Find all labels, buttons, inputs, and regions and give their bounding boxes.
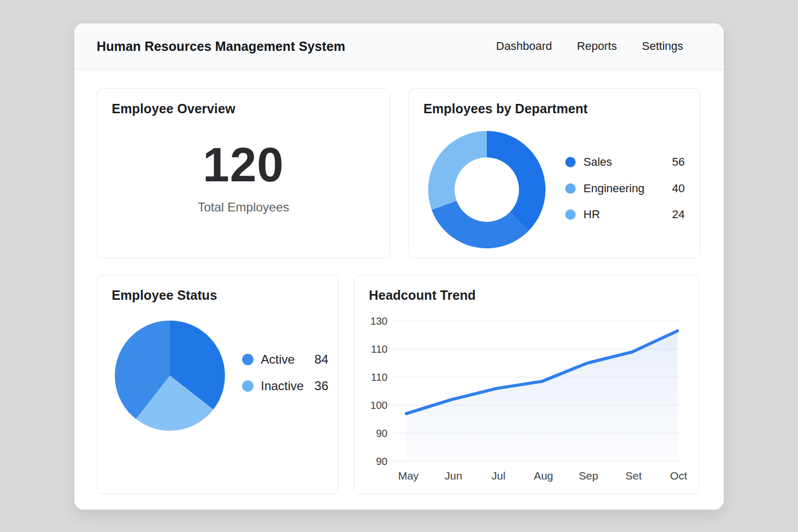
legend-item-sales: Sales 56 [565, 154, 685, 170]
trend-y-axis-labels: 1301101101009090 [370, 315, 388, 467]
x-tick-label: Oct [670, 470, 687, 482]
main-nav: Dashboard Reports Settings [496, 39, 683, 53]
legend-value: 40 [672, 182, 685, 195]
legend-item-engineering: Engineering 40 [565, 181, 685, 196]
legend-value: 56 [672, 155, 685, 169]
legend-item-active: Active 84 [242, 351, 328, 368]
y-tick-label: 110 [371, 343, 388, 355]
x-tick-label: Aug [534, 470, 553, 482]
inactive-dot-icon [242, 380, 254, 392]
x-tick-label: Set [626, 470, 642, 482]
x-tick-label: Sep [579, 470, 598, 482]
donut-segment-sales [487, 131, 546, 231]
engineering-dot-icon [565, 183, 576, 194]
sales-dot-icon [565, 157, 576, 167]
total-employees-value: 120 [203, 141, 284, 189]
nav-settings[interactable]: Settings [642, 39, 684, 53]
app-title: Human Resources Management System [97, 39, 345, 54]
employee-overview-content: 120 Total Employees [97, 141, 390, 215]
x-tick-label: Jul [491, 470, 506, 482]
status-pie-chart [97, 275, 243, 494]
legend-label: HR [583, 208, 600, 221]
legend-value: 36 [314, 379, 328, 393]
y-tick-label: 100 [370, 400, 388, 411]
legend-label: Sales [583, 155, 612, 169]
y-tick-label: 110 [371, 371, 388, 383]
department-donut-chart [409, 89, 575, 258]
total-employees-label: Total Employees [197, 200, 289, 215]
employee-status-card: Employee Status Active 84 Inactive 36 [97, 275, 338, 494]
legend-label: Engineering [583, 182, 644, 195]
legend-value: 84 [314, 352, 328, 367]
employee-overview-title: Employee Overview [112, 101, 235, 116]
app-window: Human Resources Management System Dashbo… [74, 23, 724, 510]
legend-label: Inactive [261, 379, 304, 393]
legend-label: Active [261, 352, 295, 367]
x-tick-label: May [398, 470, 419, 482]
headcount-trend-chart: 1301101101009090 MayJunJulAugSepSetOct [354, 275, 700, 494]
y-tick-label: 90 [376, 428, 388, 439]
trend-x-axis-labels: MayJunJulAugSepSetOct [398, 470, 687, 482]
legend-item-inactive: Inactive 36 [242, 378, 328, 394]
y-tick-label: 90 [376, 456, 388, 467]
employee-overview-card: Employee Overview 120 Total Employees [97, 88, 390, 258]
legend-item-hr: HR 24 [565, 207, 685, 222]
legend-value: 24 [672, 208, 685, 221]
employees-by-department-card: Employees by Department Sales 56 Enginee… [408, 88, 700, 258]
nav-dashboard[interactable]: Dashboard [496, 39, 552, 53]
hr-dot-icon [565, 209, 576, 220]
donut-segment-hr [428, 131, 487, 210]
x-tick-label: Jun [445, 470, 462, 482]
y-tick-label: 130 [370, 315, 388, 327]
nav-reports[interactable]: Reports [577, 39, 617, 53]
active-dot-icon [242, 354, 254, 365]
app-header: Human Resources Management System Dashbo… [74, 23, 724, 70]
headcount-trend-card: Headcount Trend 1301101101009090 MayJunJ… [354, 275, 700, 494]
